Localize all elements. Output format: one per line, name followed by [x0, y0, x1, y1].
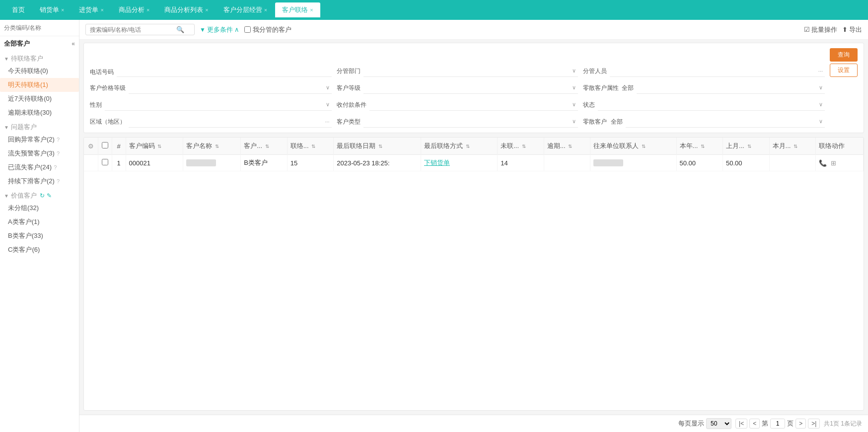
sort-this-month-icon[interactable]: ⇅ [794, 144, 797, 149]
table-body: 1 000021 B类客户 15 2023-05-23 18:25: 下销货单 … [84, 155, 864, 171]
row-code: 000021 [126, 155, 183, 171]
customer-type-chevron-icon: ∨ [572, 118, 576, 125]
search-icon[interactable]: 🔍 [176, 26, 184, 33]
page-first-btn[interactable]: |< [735, 419, 747, 429]
row-checkbox-cell [98, 155, 112, 171]
per-page-select: 每页显示 50 20 100 [678, 418, 731, 429]
sort-name-icon[interactable]: ⇅ [215, 144, 219, 149]
sidebar-item-churned[interactable]: 已流失客户(24) ? [0, 160, 79, 174]
page-next-btn[interactable]: > [796, 419, 806, 429]
filter-customer-level-select[interactable]: ∨ [363, 82, 579, 94]
filter-retail-customer-select[interactable]: ∨ [626, 116, 825, 128]
nav-close-customer-contact[interactable]: × [310, 7, 313, 13]
search-input[interactable] [90, 26, 174, 33]
sort-contact-person-icon[interactable]: ⇅ [642, 144, 646, 149]
nav-close-customer-tier[interactable]: × [264, 7, 267, 13]
filter-manager-select[interactable]: ··· [610, 65, 825, 77]
sort-date-icon[interactable]: ⇅ [378, 144, 382, 149]
settings-button[interactable]: 设置 [830, 64, 858, 77]
nav-customer-contact[interactable]: 客户联络 × [275, 2, 320, 17]
col-last-month: 上月... ⇅ [723, 138, 770, 155]
nav-home[interactable]: 首页 [5, 2, 32, 17]
sort-no-contact-icon[interactable]: ⇅ [522, 144, 526, 149]
sidebar-item-overdue[interactable]: 逾期未联络(30) [0, 106, 79, 120]
sidebar-item-repurchase-abnormal[interactable]: 回购异常客户(2) ? [0, 133, 79, 146]
filter-status-label: 状态 [583, 101, 595, 109]
value-group-edit-icon[interactable]: ✎ [47, 192, 52, 199]
filter-customer-type-select[interactable]: ∨ [363, 116, 579, 128]
sidebar-item-declining[interactable]: 持续下滑客户(2) ? [0, 174, 79, 188]
filter-price-level-select[interactable]: ∨ [129, 82, 332, 94]
pending-group-arrow: ▼ [4, 56, 9, 62]
sort-method-icon[interactable]: ⇅ [466, 144, 470, 149]
filter-status-select[interactable]: ∨ [598, 99, 825, 111]
row-this-month [769, 155, 816, 171]
sidebar-item-b-class[interactable]: B类客户(33) [0, 229, 79, 243]
sort-contacts-icon[interactable]: ⇅ [311, 144, 315, 149]
filter-price-level-label: 客户价格等级 [90, 84, 126, 92]
nav-close-product-analysis[interactable]: × [146, 7, 149, 13]
filter-region-label: 区域（地区） [90, 118, 126, 126]
filter-retail-attr-field: 零散客户属性 全部 ∨ [583, 82, 825, 94]
filter-payment-label: 收付款条件 [337, 101, 366, 109]
row-action-grid-icon[interactable]: ⊞ [831, 159, 836, 167]
filter-dept-select[interactable]: ∨ [363, 65, 579, 77]
col-contact-person: 往来单位联系人 ⇅ [590, 138, 676, 155]
row-last-contact-method-link[interactable]: 下销货单 [424, 159, 450, 166]
manager-dots-icon: ··· [818, 68, 823, 74]
filter-payment-field: 收付款条件 ∨ [337, 99, 579, 111]
sidebar-item-a-class[interactable]: A类客户(1) [0, 215, 79, 229]
sidebar-search-input[interactable] [4, 24, 78, 31]
filter-phone-input[interactable] [117, 68, 332, 77]
value-group-refresh-icon[interactable]: ↻ [40, 192, 45, 199]
filter-icon: ▼ [200, 26, 206, 33]
page-prev-btn[interactable]: < [749, 419, 760, 429]
sidebar-item-ungrouped[interactable]: 未分组(32) [0, 201, 79, 215]
nav-sales[interactable]: 销货单 × [33, 2, 71, 17]
filter-gender-field: 性别 ∨ [90, 99, 332, 111]
filter-region-select[interactable]: ··· [129, 116, 332, 128]
filter-retail-attr-select[interactable]: ∨ [637, 82, 825, 94]
more-conditions-btn[interactable]: ▼ 更多条件 ∧ [200, 25, 239, 34]
select-all-checkbox[interactable] [102, 142, 108, 148]
nav-close-purchase[interactable]: × [100, 7, 103, 13]
sort-overdue-icon[interactable]: ⇅ [568, 144, 572, 149]
sort-type-icon[interactable]: ⇅ [265, 144, 269, 149]
row-action-call-icon[interactable]: 📞 [819, 159, 827, 167]
col-name: 客户名称 ⇅ [183, 138, 241, 155]
gender-chevron-icon: ∨ [326, 101, 330, 108]
export-button[interactable]: ⬆ 导出 [842, 25, 862, 34]
sort-last-month-icon[interactable]: ⇅ [747, 144, 751, 149]
nav-close-sales[interactable]: × [61, 7, 64, 13]
filter-payment-select[interactable]: ∨ [369, 99, 579, 111]
nav-product-analysis-list[interactable]: 商品分析列表 × [157, 2, 215, 17]
nav-customer-tier[interactable]: 客户分层经营 × [217, 2, 274, 17]
sort-year-amount-icon[interactable]: ⇅ [701, 144, 705, 149]
sidebar-item-c-class[interactable]: C类客户(6) [0, 243, 79, 257]
total-records: 共1页 1条记录 [824, 420, 862, 428]
sidebar-item-today[interactable]: 今天待联络(0) [0, 64, 79, 78]
sidebar-item-churn-warning[interactable]: 流失预警客户(3) ? [0, 146, 79, 160]
my-customers-checkbox[interactable] [244, 26, 251, 33]
filter-region-field: 区域（地区） ··· [90, 116, 332, 128]
filter-gender-select[interactable]: ∨ [105, 99, 332, 111]
sidebar-item-week[interactable]: 近7天待联络(0) [0, 92, 79, 106]
filter-manager-label: 分管人员 [583, 67, 607, 75]
nav-close-product-analysis-list[interactable]: × [205, 7, 208, 13]
page-last-btn[interactable]: >| [808, 419, 820, 429]
row-overdue [544, 155, 590, 171]
nav-product-analysis[interactable]: 商品分析 × [112, 2, 156, 17]
sidebar-all-customers[interactable]: 全部客户 « [0, 36, 79, 51]
sort-code-icon[interactable]: ⇅ [157, 144, 161, 149]
table-settings-icon[interactable]: ⚙ [88, 143, 94, 150]
page-number-input[interactable] [770, 419, 785, 429]
price-level-chevron-icon: ∨ [326, 84, 330, 91]
query-button[interactable]: 查询 [830, 48, 858, 62]
batch-op-button[interactable]: ☑ 批量操作 [804, 25, 837, 34]
dept-chevron-icon: ∨ [572, 68, 576, 74]
sidebar-item-tomorrow[interactable]: 明天待联络(1) [0, 78, 79, 92]
row-checkbox[interactable] [102, 159, 108, 165]
nav-purchase[interactable]: 进货单 × [72, 2, 110, 17]
col-type: 客户... ⇅ [241, 138, 288, 155]
per-page-dropdown[interactable]: 50 20 100 [706, 418, 731, 429]
